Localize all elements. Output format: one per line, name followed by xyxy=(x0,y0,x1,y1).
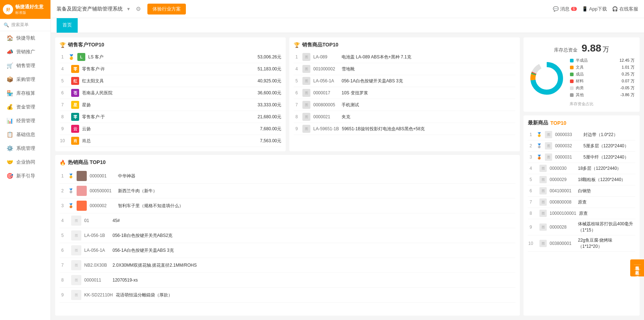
float-button-item[interactable]: 服务社区 xyxy=(634,266,641,270)
product-thumb: 图 xyxy=(302,89,310,97)
sidebar-item-inventory[interactable]: 🏪 库存核算 xyxy=(0,86,50,100)
latest-name: 封边带（1.0*22） xyxy=(583,132,635,138)
search-menu[interactable]: 🔍 搜索菜单 xyxy=(0,19,50,31)
customer-amount: 7,563.00元 xyxy=(260,138,281,144)
purchase-label: 采购管理 xyxy=(16,76,35,83)
operations-label: 经营管理 xyxy=(16,118,35,124)
rank-medal: 🥉 xyxy=(537,155,542,160)
latest-thumb: 图 xyxy=(539,176,547,183)
customer-avatar: 零 xyxy=(71,113,79,121)
rank-num: 9 xyxy=(294,126,299,131)
legend-dot xyxy=(570,93,574,97)
customer-amount: 51,183.00元 xyxy=(258,66,281,72)
legend-label: 成品 xyxy=(576,71,620,77)
inventory-label: 库存核算 xyxy=(16,90,35,97)
app-download-item[interactable]: 📱 App下载 xyxy=(582,6,607,12)
rank-num: 10 xyxy=(60,138,65,143)
rank-medal: 🥈 xyxy=(68,188,74,193)
sidebar-item-operations[interactable]: 📊 经营管理 xyxy=(0,114,50,128)
latest-thumb: 图 xyxy=(539,240,547,247)
basic-info-label: 基础信息 xyxy=(16,131,35,138)
latest-name: 18多层（1220*2440） xyxy=(578,165,635,172)
float-button-item[interactable]: 直播 xyxy=(634,271,641,274)
inventory-label: 库存总资金 xyxy=(554,47,578,53)
sidebar-item-system[interactable]: ⚙️ 系统管理 xyxy=(0,141,50,155)
try-industry-button[interactable]: 体验行业方案 xyxy=(147,4,186,15)
hot-product-item: 5 图 LA-056-1B 056-1B白色按键开关壳ABS2克 xyxy=(60,228,515,243)
latest-code: 0000030 xyxy=(550,166,575,171)
donut-chart xyxy=(529,60,565,97)
legend-value: -0.05 万 xyxy=(620,85,635,91)
legend-value: 0.25 万 xyxy=(622,71,635,77)
customer-list-item: 6 苍 苍南县人民医院 36,600.00元 xyxy=(60,87,281,99)
rank-medal: 🥈 xyxy=(537,143,542,148)
app-name: 畅捷通好生意 xyxy=(15,4,44,10)
rank-num: 6 xyxy=(60,248,65,253)
sidebar-item-marketing[interactable]: 📣 营销推广 xyxy=(0,45,50,59)
customer-amount: 36,600.00元 xyxy=(258,90,281,96)
product-code: LA-056-1A xyxy=(84,248,110,253)
product-image xyxy=(77,171,87,181)
sidebar-item-finance[interactable]: 💰 资金管理 xyxy=(0,100,50,114)
legend-label: 材料 xyxy=(576,78,620,84)
mobile-icon: 📱 xyxy=(582,6,588,12)
enterprise-icon: 🤝 xyxy=(6,159,13,165)
legend-dot xyxy=(570,66,574,69)
rank-num: 8 xyxy=(60,278,65,283)
customer-top10-title: 🏆 销售客户TOP10 xyxy=(60,42,281,48)
dropdown-arrow-icon[interactable]: ▼ xyxy=(126,7,131,12)
product-name: 056-1A白色按键开关盖ABS 3克 xyxy=(113,247,515,254)
gear-icon[interactable]: ⚙ xyxy=(136,5,141,12)
latest-code: 003800001 xyxy=(550,241,575,246)
latest-code: 004100001 xyxy=(550,188,575,193)
quick-nav-icon: 🏠 xyxy=(6,35,13,41)
product-code: LA-056-1A xyxy=(313,78,339,83)
rank-num: 5 xyxy=(60,233,65,238)
legend-dot xyxy=(570,73,574,76)
product-code: 0000021 xyxy=(313,114,339,119)
float-button-item[interactable]: 客服热线 xyxy=(634,262,641,265)
search-icon: 🔍 xyxy=(4,22,9,28)
sidebar-item-sales[interactable]: 🛒 销售管理 xyxy=(0,59,50,73)
float-buttons[interactable]: 客服热线服务社区直播 xyxy=(630,259,644,276)
sales-icon: 🛒 xyxy=(6,62,13,69)
latest-code: 0000028 xyxy=(550,225,575,230)
rank-num: 10 xyxy=(528,241,534,246)
rank-num: 8 xyxy=(60,114,65,119)
legend-item: 肉类 -0.05 万 xyxy=(570,85,635,91)
sidebar-item-basic-info[interactable]: 📋 基础信息 xyxy=(0,128,50,141)
sidebar-item-purchase[interactable]: 📦 采购管理 xyxy=(0,73,50,86)
sidebar-item-guide[interactable]: 🎯 新手引导 xyxy=(0,169,50,183)
latest-name: 22g鱼豆腐·烧烤味（1*12*20） xyxy=(578,237,635,250)
sidebar-item-quick-nav[interactable]: 🏠 快捷导航 xyxy=(0,31,50,45)
legend-label: 其他 xyxy=(576,92,618,98)
message-item[interactable]: 💬 消息 6 xyxy=(553,6,577,12)
customer-name: 零售客户·许 xyxy=(82,66,255,72)
latest-product-item: 4 图 0000030 18多层（1220*2440） xyxy=(528,163,635,174)
rank-num: 1 xyxy=(60,54,65,60)
product-image: 图 xyxy=(71,230,81,241)
latest-product-item: 2 🥈 图 0000032 5厘多层（1220*2440） xyxy=(528,140,635,152)
sales-label: 销售管理 xyxy=(16,62,35,69)
tab-home[interactable]: 首页 xyxy=(57,18,78,33)
product-code: 001000002 xyxy=(313,66,339,71)
latest-name: 原查 xyxy=(578,199,635,205)
hot-products-title: 🔥 热销商品 TOP10 xyxy=(60,159,515,166)
product-name: 056-1A白色按键开关盖ABS 3克 xyxy=(342,78,515,84)
product-code: LA-089 xyxy=(313,54,339,60)
online-service-item[interactable]: 🎧 在线客服 xyxy=(612,6,638,12)
rank-num: 1 xyxy=(60,173,65,179)
customer-avatar: 红 xyxy=(71,77,79,85)
customer-avatar: 零 xyxy=(71,65,79,73)
legend-value: -3.86 万 xyxy=(620,92,635,98)
inventory-legend: 半成品 12.45 万 文具 1.01 万 成品 0.25 万 材料 0.07 … xyxy=(570,58,635,99)
customer-name: 星扬 xyxy=(82,102,255,108)
sidebar-item-enterprise[interactable]: 🤝 企业协同 xyxy=(0,155,50,169)
sidebar-title-block: 畅捷通好生意 标准版 xyxy=(15,4,44,15)
latest-products-list: 1 🥇 图 0000033 封边带（1.0*22） 2 🥈 图 0000032 … xyxy=(528,129,635,252)
operations-icon: 📊 xyxy=(6,118,13,124)
latest-name: 18颗粒板（1220*2440） xyxy=(578,177,635,183)
product-list-item: 6 图 0000017 10S 变扭罗浆 xyxy=(294,87,515,99)
product-code: 000800005 xyxy=(313,102,339,107)
product-name: 中华神器 xyxy=(118,173,515,179)
